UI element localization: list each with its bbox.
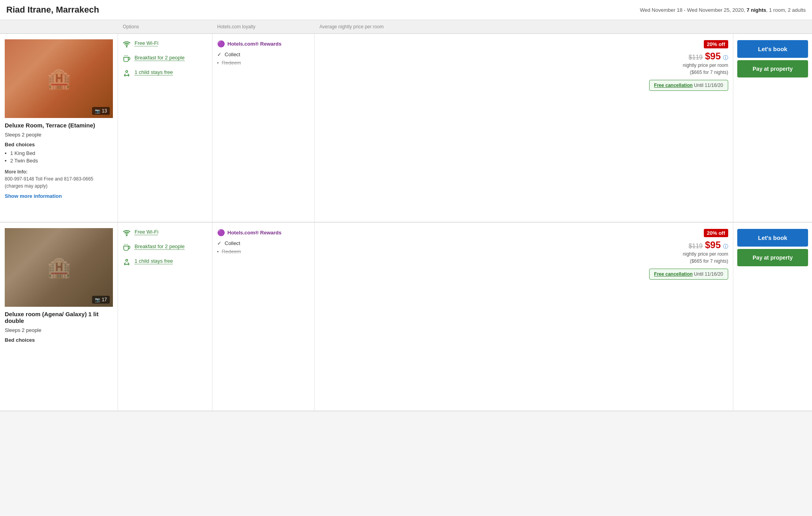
child-amenity-icon xyxy=(123,258,131,268)
amenity-item: Breakfast for 2 people xyxy=(123,243,207,253)
bed-item: 1 King Bed xyxy=(5,149,113,157)
price-note: nightly price per room xyxy=(683,251,728,257)
room-info: 1 room, 2 adults xyxy=(769,7,806,13)
svg-point-0 xyxy=(126,46,127,47)
amenity-text: 1 child stays free xyxy=(135,69,173,75)
room-name: Deluxe room (Agena/ Galaxy) 1 lit double xyxy=(5,311,113,324)
room-info-1: 🏨 13 Deluxe Room, Terrace (Etamine) Slee… xyxy=(0,34,118,222)
amenity-item: Breakfast for 2 people xyxy=(123,55,207,64)
photo-count: 13 xyxy=(92,107,110,115)
amenity-item: Free Wi-Fi xyxy=(123,229,207,239)
loyalty-redeem: ▪ Redeem xyxy=(217,249,310,254)
svg-point-9 xyxy=(126,259,128,261)
loyalty-col-2: 🟣 Hotels.com® Rewards ✓ Collect ▪ Redeem xyxy=(212,223,315,411)
check-icon: ✓ xyxy=(217,52,221,57)
col-avg-price: Average nightly price per room xyxy=(315,22,733,31)
amenity-item: 1 child stays free xyxy=(123,258,207,268)
camera-icon xyxy=(95,297,100,302)
rewards-icon: 🟣 xyxy=(217,40,225,48)
nights: 7 nights xyxy=(747,7,766,13)
amenity-item: Free Wi-Fi xyxy=(123,40,207,50)
price-col-2: 20% off $119 $95 ⓘ nightly price per roo… xyxy=(315,223,733,411)
col-room xyxy=(0,22,118,31)
amenity-text: 1 child stays free xyxy=(135,258,173,264)
rooms-container: 🏨 13 Deluxe Room, Terrace (Etamine) Slee… xyxy=(0,34,812,411)
loyalty-col-1: 🟣 Hotels.com® Rewards ✓ Collect ▪ Redeem xyxy=(212,34,315,222)
collect-label: Collect xyxy=(225,240,240,246)
lets-book-button[interactable]: Let's book xyxy=(737,229,808,247)
original-price: $119 xyxy=(688,243,703,250)
more-info: More Info:800-997-9148 Toll Free and 817… xyxy=(5,168,113,190)
svg-point-4 xyxy=(126,70,128,72)
photo-count: 17 xyxy=(92,296,110,304)
date-info: Wed November 18 - Wed November 25, 2020,… xyxy=(640,7,806,13)
sleeps-info: Sleeps 2 people xyxy=(5,327,113,333)
info-icon[interactable]: ⓘ xyxy=(723,54,728,61)
room-card-2: 🏨 17 Deluxe room (Agena/ Galaxy) 1 lit d… xyxy=(0,223,812,411)
original-price: $119 xyxy=(688,54,703,61)
price-row: $119 $95 ⓘ xyxy=(688,51,728,62)
sleeps-info: Sleeps 2 people xyxy=(5,132,113,138)
free-cancellation-box: Free cancellation Until 11/16/20 xyxy=(649,80,728,91)
redeem-label: Redeem xyxy=(222,60,241,66)
bed-list: 1 King Bed2 Twin Beds xyxy=(5,149,113,164)
bed-choices-label: Bed choices xyxy=(5,337,113,343)
room-name: Deluxe Room, Terrace (Etamine) xyxy=(5,122,113,129)
bed-item: 2 Twin Beds xyxy=(5,157,113,164)
pay-at-property-button[interactable]: Pay at property xyxy=(737,60,808,77)
rewards-title: 🟣 Hotels.com® Rewards xyxy=(217,40,310,48)
svg-point-5 xyxy=(126,235,127,236)
rewards-title-text: Hotels.com® Rewards xyxy=(227,230,281,236)
options-col-1: Free Wi-Fi Breakfast for 2 people 1 chil… xyxy=(118,34,212,222)
current-price: $95 xyxy=(705,51,721,62)
loyalty-collect: ✓ Collect xyxy=(217,240,310,246)
room-image: 🏨 13 xyxy=(5,39,113,118)
rewards-icon: 🟣 xyxy=(217,229,225,236)
lets-book-button[interactable]: Let's book xyxy=(737,40,808,58)
breakfast-amenity-icon xyxy=(123,243,131,253)
square-icon: ▪ xyxy=(217,61,219,65)
col-options: Options xyxy=(118,22,212,31)
room-card-1: 🏨 13 Deluxe Room, Terrace (Etamine) Slee… xyxy=(0,34,812,223)
camera-icon xyxy=(95,108,100,114)
amenity-text: Breakfast for 2 people xyxy=(135,243,185,249)
wifi-amenity-icon xyxy=(123,229,131,239)
info-icon[interactable]: ⓘ xyxy=(723,243,728,250)
room-image: 🏨 17 xyxy=(5,228,113,307)
price-row: $119 $95 ⓘ xyxy=(688,240,728,251)
amenity-item: 1 child stays free xyxy=(123,69,207,79)
collect-label: Collect xyxy=(225,52,240,57)
current-price: $95 xyxy=(705,240,721,251)
redeem-label: Redeem xyxy=(222,249,241,254)
col-action xyxy=(733,22,812,31)
square-icon: ▪ xyxy=(217,249,219,254)
child-amenity-icon xyxy=(123,69,131,79)
price-note: nightly price per room xyxy=(683,63,728,68)
show-more-link[interactable]: Show more information xyxy=(5,193,62,199)
free-cancellation-box: Free cancellation Until 11/16/20 xyxy=(649,269,728,280)
amenity-text: Free Wi-Fi xyxy=(135,229,159,235)
amenity-text: Free Wi-Fi xyxy=(135,40,159,46)
until-date: Until 11/16/20 xyxy=(694,271,723,277)
wifi-amenity-icon xyxy=(123,40,131,50)
total-note: ($665 for 7 nights) xyxy=(690,70,728,75)
action-col-1: Let's book Pay at property xyxy=(733,34,812,222)
col-loyalty: Hotels.com loyalty xyxy=(212,22,315,31)
until-date: Until 11/16/20 xyxy=(694,83,723,88)
discount-badge: 20% off xyxy=(704,40,728,48)
options-col-2: Free Wi-Fi Breakfast for 2 people 1 chil… xyxy=(118,223,212,411)
hotel-title: Riad Itrane, Marrakech xyxy=(6,5,99,15)
bed-choices-label: Bed choices xyxy=(5,142,113,147)
date-range: Wed November 18 - Wed November 25, 2020, xyxy=(640,7,745,13)
check-icon: ✓ xyxy=(217,240,221,246)
pay-at-property-button[interactable]: Pay at property xyxy=(737,249,808,266)
discount-badge: 20% off xyxy=(704,229,728,237)
room-info-2: 🏨 17 Deluxe room (Agena/ Galaxy) 1 lit d… xyxy=(0,223,118,411)
breakfast-amenity-icon xyxy=(123,55,131,64)
rewards-title: 🟣 Hotels.com® Rewards xyxy=(217,229,310,236)
loyalty-redeem: ▪ Redeem xyxy=(217,60,310,66)
rewards-title-text: Hotels.com® Rewards xyxy=(227,41,281,47)
free-cancel-label: Free cancellation xyxy=(654,83,693,88)
page-header: Riad Itrane, Marrakech Wed November 18 -… xyxy=(0,0,812,20)
loyalty-collect: ✓ Collect xyxy=(217,52,310,57)
